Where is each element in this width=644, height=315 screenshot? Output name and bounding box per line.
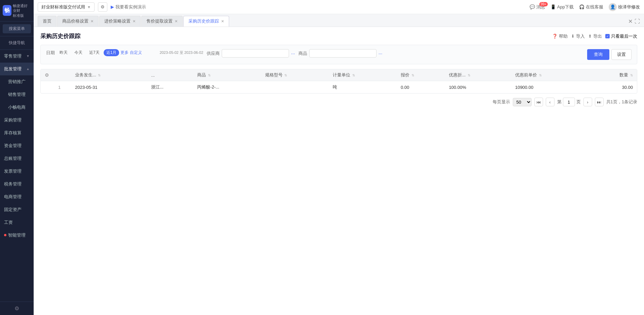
sidebar-item-label: 资金管理 — [4, 143, 22, 149]
tab-close-icon[interactable]: ✕ — [175, 19, 178, 24]
sidebar-settings[interactable]: ⚙ — [0, 302, 34, 315]
sidebar-item-finance[interactable]: 资金管理 — [0, 139, 34, 152]
chevron-down-icon: ▼ — [26, 54, 30, 58]
col-expand[interactable]: ... — [147, 69, 193, 81]
search-menu-button[interactable]: 搜索菜单 — [3, 24, 31, 33]
sidebar-item-salary[interactable]: 工资 — [0, 216, 34, 229]
page-prefix-label: 第 — [557, 99, 562, 105]
col-unit[interactable]: 计量单位 ⇅ — [329, 69, 397, 81]
sidebar-item-label: 电商管理 — [4, 194, 22, 200]
user-icon: 👤 — [610, 4, 615, 9]
sidebar-item-ecommerce-small[interactable]: 小畅电商 — [0, 101, 34, 114]
demo-button[interactable]: ▶ 我要看实例演示 — [111, 4, 146, 10]
product-input[interactable] — [309, 49, 377, 58]
last-only-checkbox-label[interactable]: ✓ 只看最后一次 — [605, 33, 637, 39]
user-name: 徐泽华修改 — [618, 4, 640, 10]
tab-home[interactable]: 首页 — [38, 16, 57, 27]
sidebar-item-marketing[interactable]: 营销推广 — [0, 75, 34, 88]
sidebar-item-purchase[interactable]: 采购管理 — [0, 114, 34, 127]
quick-nav-button[interactable]: 快捷导航 — [0, 38, 34, 47]
prev-page-button[interactable]: ‹ — [546, 98, 554, 106]
sidebar-item-label: 工资 — [4, 219, 13, 225]
sidebar-item-retail[interactable]: 零售管理 ▼ — [0, 50, 34, 63]
sidebar-item-assets[interactable]: 固定资产 — [0, 203, 34, 216]
filter-actions: 查询 设置 — [587, 49, 632, 60]
supplier-dots[interactable]: ··· — [291, 51, 295, 56]
help-button[interactable]: ❓ 帮助 — [552, 33, 568, 39]
tab-collapse-button[interactable]: ✕ — [628, 18, 633, 25]
phone-icon: 📱 — [550, 4, 556, 9]
product-dots[interactable]: ··· — [379, 51, 383, 56]
message-button[interactable]: 💬 消息 99+ — [530, 4, 545, 10]
col-gear: ⚙ — [41, 69, 54, 81]
supplier-input[interactable] — [222, 49, 289, 58]
import-button[interactable]: ⬇ 导入 — [571, 33, 585, 39]
sidebar-item-accounting[interactable]: 总账管理 — [0, 152, 34, 165]
date-opt-custom[interactable]: 自定义 — [130, 50, 142, 56]
gear-settings-button[interactable]: ⚙ — [98, 2, 107, 12]
col-quote[interactable]: 报价 ⇅ — [397, 69, 445, 81]
tab-close-icon[interactable]: ✕ — [91, 19, 94, 24]
last-only-checkbox[interactable]: ✓ — [605, 34, 610, 38]
per-page-label: 每页显示 — [493, 99, 510, 105]
import-label: 导入 — [576, 33, 585, 39]
sidebar-search[interactable]: 搜索菜单 — [0, 22, 34, 36]
settings-icon[interactable]: ⚙ — [14, 306, 19, 311]
col-qty[interactable]: 数量 ⇅ — [589, 69, 637, 81]
page-suffix-label: 页 — [576, 99, 581, 105]
tab-purchase-strategy[interactable]: 进价策略设置 ✕ — [99, 16, 141, 27]
sidebar-item-label: 库存核算 — [4, 130, 22, 136]
sidebar-item-wholesale[interactable]: 批发管理 ▲ — [0, 63, 34, 75]
col-discount[interactable]: 优惠折... ⇅ — [445, 69, 511, 81]
sort-icon: ⇅ — [630, 73, 633, 77]
sidebar-item-inventory[interactable]: 库存核算 — [0, 127, 34, 139]
sort-icon: ⇅ — [412, 73, 414, 77]
date-opt-last1m[interactable]: 近1月 — [104, 49, 119, 56]
table-header-row: ⚙ 业务发生... ⇅ ... 商品 ⇅ — [41, 69, 637, 81]
page-number-input[interactable] — [563, 98, 575, 106]
sidebar-quick-nav[interactable]: 快捷导航 — [0, 36, 34, 50]
tabbar-expand-controls: ✕ ⛶ — [628, 18, 640, 27]
tab-fullscreen-button[interactable]: ⛶ — [635, 19, 640, 25]
col-spec[interactable]: 规格型号 ⇅ — [261, 69, 329, 81]
sidebar-item-invoice[interactable]: 发票管理 — [0, 165, 34, 178]
tab-price[interactable]: 商品价格设置 ✕ — [57, 16, 99, 27]
tab-purchase-history[interactable]: 采购历史价跟踪 ✕ — [183, 16, 229, 27]
chevron-down-icon: ▼ — [87, 5, 91, 9]
next-page-button[interactable]: › — [583, 98, 592, 106]
last-page-button[interactable]: ⏭ — [595, 98, 604, 106]
tab-sale-price[interactable]: 售价提取设置 ✕ — [141, 16, 183, 27]
sidebar-item-ecommerce[interactable]: 电商管理 — [0, 190, 34, 203]
settings-button[interactable]: 设置 — [611, 49, 632, 60]
date-opt-today[interactable]: 今天 — [72, 49, 85, 56]
demo-label: 我要看实例演示 — [115, 4, 146, 10]
export-button[interactable]: ⬆ 导出 — [588, 33, 602, 39]
app-download-label: App下载 — [557, 4, 574, 10]
user-menu-button[interactable]: 👤 徐泽华修改 — [609, 3, 640, 11]
col-date[interactable]: 业务发生... ⇅ — [71, 69, 147, 81]
app-download-button[interactable]: 📱 App下载 — [550, 4, 574, 10]
per-page-select[interactable]: 50 100 200 — [513, 98, 532, 106]
sort-icon: ⇅ — [98, 73, 101, 77]
col-price-before[interactable]: 优惠前单价 ⇅ — [511, 69, 589, 81]
online-service-button[interactable]: 🎧 在线客服 — [579, 4, 603, 10]
version-selector[interactable]: 好业财标准版交付试用 ▼ — [38, 2, 95, 12]
tab-close-icon[interactable]: ✕ — [221, 19, 224, 24]
first-page-button[interactable]: ⏮ — [534, 98, 543, 106]
sidebar-item-sales[interactable]: 销售管理 — [0, 88, 34, 101]
tab-close-icon[interactable]: ✕ — [133, 19, 136, 24]
notification-dot — [4, 234, 6, 236]
export-icon: ⬆ — [588, 34, 592, 39]
import-icon: ⬇ — [571, 34, 575, 39]
query-button[interactable]: 查询 — [587, 49, 609, 60]
date-opt-last7[interactable]: 近7天 — [86, 49, 102, 56]
sidebar-item-tax[interactable]: 税务管理 — [0, 178, 34, 190]
sidebar-item-label: 发票管理 — [4, 168, 22, 174]
column-gear-icon[interactable]: ⚙ — [45, 72, 49, 78]
col-product[interactable]: 商品 ⇅ — [193, 69, 261, 81]
date-opt-yesterday[interactable]: 昨天 — [57, 49, 70, 56]
last-only-label: 只看最后一次 — [611, 33, 637, 39]
sidebar-item-smart[interactable]: 智能管理 — [0, 229, 34, 242]
date-opt-more[interactable]: 更多 — [120, 50, 129, 56]
page-header: 采购历史价跟踪 ❓ 帮助 ⬇ 导入 ⬆ 导出 ✓ 只 — [40, 32, 637, 40]
